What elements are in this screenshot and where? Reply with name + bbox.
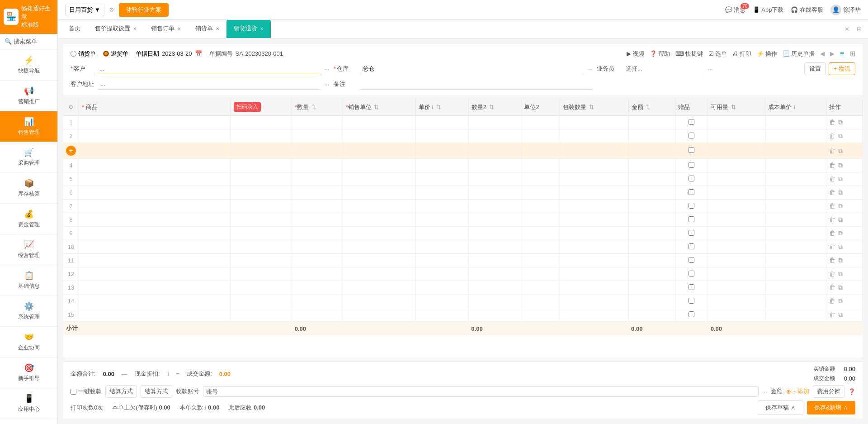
available-cell[interactable] [708,254,765,267]
copy-icon[interactable]: ⧉ [838,162,843,169]
available-cell[interactable] [708,213,765,227]
split-help-icon[interactable]: ❓ [848,388,855,395]
quantity2-cell[interactable] [468,159,521,172]
unit-cell[interactable] [343,267,415,281]
unit-cell[interactable] [343,281,415,295]
unit2-cell[interactable] [521,308,560,322]
account-more-icon[interactable]: ··· [762,388,767,395]
gift-cell[interactable] [675,129,708,143]
quantity-cell[interactable] [292,129,343,143]
available-cell[interactable] [708,129,765,143]
quantity2-cell[interactable] [468,227,521,240]
sidebar-item-wechat[interactable]: 💬 企业微信 [0,419,57,424]
price-cell[interactable] [415,240,468,254]
cost-price-cell[interactable] [765,200,826,213]
cost-price-cell[interactable] [765,240,826,254]
pack-qty-cell[interactable] [560,116,628,129]
sidebar-item-finance[interactable]: 💰 资金管理 [0,204,57,234]
radio-return-bill-input[interactable] [103,51,109,57]
amount-sort-icon[interactable]: ⇅ [646,104,651,110]
gift-checkbox[interactable] [689,147,694,153]
unit2-cell[interactable] [521,227,560,240]
gift-checkbox[interactable] [689,243,694,249]
quantity2-cell[interactable] [468,267,521,281]
quantity-cell[interactable] [292,267,343,281]
setting-button[interactable]: 设置 [804,62,826,75]
warehouse-more-icon[interactable]: ··· [587,66,592,72]
quantity2-cell[interactable] [468,281,521,295]
salesperson-input[interactable] [623,63,704,74]
gift-checkbox[interactable] [689,311,694,317]
amount-cell[interactable] [628,254,675,267]
copy-icon[interactable]: ⧉ [838,175,843,183]
price-cell[interactable] [415,254,468,267]
amount-cell[interactable] [628,227,675,240]
quantity2-cell[interactable] [468,254,521,267]
tab-sales-bill[interactable]: 销货单 ✕ [188,20,226,38]
app-download-link[interactable]: 📱 App下载 [753,6,783,14]
sidebar-item-basic[interactable]: 📋 基础信息 [0,265,57,296]
unit2-cell[interactable] [521,240,560,254]
amount-cell[interactable] [628,116,675,129]
available-cell[interactable] [708,159,765,172]
available-cell[interactable] [708,143,765,159]
gift-checkbox[interactable] [689,216,694,222]
amount-cell[interactable] [628,159,675,172]
unit-cell[interactable] [343,200,415,213]
amount-cell[interactable] [628,200,675,213]
quantity2-sort-icon[interactable]: ⇅ [489,104,494,110]
copy-icon[interactable]: ⧉ [838,229,843,237]
goods-cell[interactable] [79,295,231,308]
quantity2-cell[interactable] [468,308,521,322]
sidebar-item-enterprise[interactable]: 🤝 企业协同 [0,327,57,357]
unit-cell[interactable] [343,172,415,186]
cost-price-cell[interactable] [765,254,826,267]
sidebar-item-sales[interactable]: 📊 销售管理 [0,111,57,142]
quantity-cell[interactable] [292,308,343,322]
quantity-cell[interactable] [292,172,343,186]
unit-cell[interactable] [343,308,415,322]
gift-cell[interactable] [675,295,708,308]
cost-price-cell[interactable] [765,308,826,322]
cost-price-cell[interactable] [765,143,826,159]
quantity2-cell[interactable] [468,240,521,254]
radio-return-bill[interactable]: 退货单 [103,50,128,58]
goods-input[interactable] [82,148,228,154]
delete-icon[interactable]: 🗑 [829,257,835,264]
address-more-icon[interactable]: ··· [324,81,329,88]
pack-qty-cell[interactable] [560,172,628,186]
price-sort-icon[interactable]: ⇅ [436,104,441,110]
cost-price-cell[interactable] [765,159,826,172]
quantity-sort-icon[interactable]: ⇅ [311,104,316,110]
unit2-cell[interactable] [521,295,560,308]
available-cell[interactable] [708,295,765,308]
calc-method-btn[interactable]: 结算方式 [141,385,172,398]
price-cell[interactable] [415,159,468,172]
price-info-icon[interactable]: ℹ [432,105,434,110]
goods-cell[interactable] [79,240,231,254]
amount-cell[interactable] [628,267,675,281]
tab-sales-order[interactable]: 销售订单 ✕ [144,20,188,38]
copy-icon[interactable]: ⧉ [838,297,843,305]
goods-cell[interactable] [79,227,231,240]
gift-checkbox[interactable] [689,271,694,276]
unit-cell[interactable] [343,227,415,240]
goods-cell[interactable] [79,172,231,186]
copy-icon[interactable]: ⧉ [838,202,843,210]
sidebar-item-system[interactable]: ⚙️ 系统管理 [0,296,57,327]
available-cell[interactable] [708,308,765,322]
pack-qty-cell[interactable] [560,159,628,172]
pack-qty-cell[interactable] [560,308,628,322]
sidebar-item-app-center[interactable]: 📱 应用中心 [0,388,57,419]
unit-cell[interactable] [343,240,415,254]
pack-qty-cell[interactable] [560,200,628,213]
quantity-cell[interactable] [292,227,343,240]
add-fee-btn[interactable]: ⊕ + 添加 [786,387,809,395]
address-input[interactable] [98,79,321,90]
copy-icon[interactable]: ⧉ [838,216,843,224]
single-debt-info-icon[interactable]: ℹ [204,405,206,410]
gift-checkbox[interactable] [689,257,694,263]
one-click-payment-checkbox[interactable]: 一键收款 [71,387,102,395]
available-cell[interactable] [708,267,765,281]
pack-qty-cell[interactable] [560,281,628,295]
